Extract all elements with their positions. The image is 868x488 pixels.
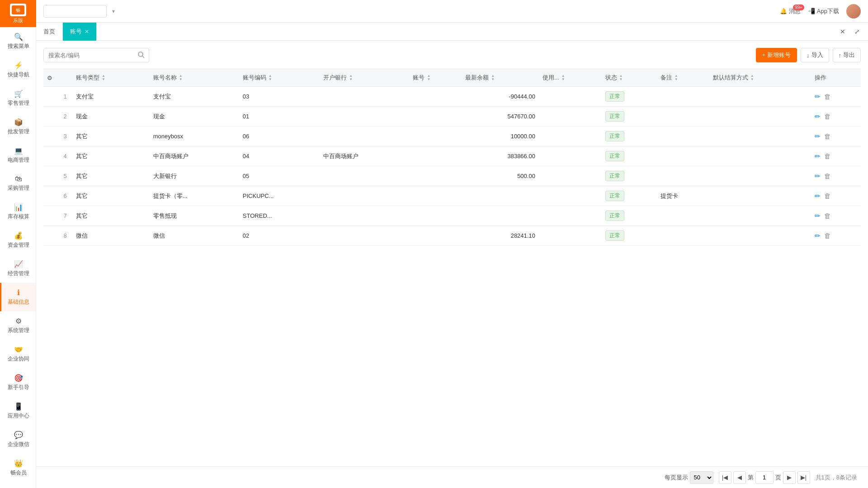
logo: 畅 乐版 [0, 0, 36, 27]
sidebar-item-guide[interactable]: 🎯 新手引导 [0, 368, 36, 397]
delete-button[interactable]: 🗑 [824, 172, 831, 180]
edit-button[interactable]: ✏ [815, 232, 821, 240]
app-icon: 📲 [808, 8, 815, 14]
col-usage[interactable]: 使用... ▲▼ [539, 69, 602, 87]
sidebar-item-label: 批发管理 [8, 128, 29, 136]
col-bank[interactable]: 开户银行 ▲▼ [320, 69, 409, 87]
tab-home[interactable]: 首页 [36, 23, 63, 41]
import-icon: ↓ [807, 52, 810, 59]
col-default-settlement[interactable]: 默认结算方式 ▲▼ [709, 69, 811, 87]
table-row: 4 其它 中百商场账户 04 中百商场账户 383866.00 正常 ✏ 🗑 [43, 146, 861, 166]
sidebar-item-enterprise[interactable]: 🤝 企业协同 [0, 340, 36, 368]
delete-button[interactable]: 🗑 [824, 132, 831, 140]
col-balance[interactable]: 最新余额 ▲▼ [462, 69, 539, 87]
last-page-button[interactable]: ▶| [797, 471, 810, 484]
sidebar-item-ecommerce[interactable]: 💻 电商管理 [0, 141, 36, 169]
sidebar-item-finance[interactable]: 💰 资金管理 [0, 226, 36, 254]
cell-account-code: 04 [239, 146, 320, 166]
topbar-left: ▾ [43, 5, 115, 18]
page-size-select[interactable]: 50 100 [690, 471, 713, 484]
tab-action-expand[interactable]: ⤢ [852, 26, 863, 37]
search-input[interactable] [44, 48, 134, 62]
first-page-button[interactable]: |◀ [719, 471, 731, 484]
message-badge: 99+ [793, 5, 804, 10]
sidebar-item-retail[interactable]: 🛒 零售管理 [0, 84, 36, 113]
cell-account-name: 微信 [150, 226, 239, 246]
page-input[interactable] [755, 471, 774, 484]
edit-button[interactable]: ✏ [815, 132, 821, 141]
status-badge: 正常 [605, 131, 624, 141]
col-account-name[interactable]: 账号名称 ▲▼ [150, 69, 239, 87]
guide-icon: 🎯 [14, 374, 23, 382]
svg-point-2 [138, 52, 143, 56]
delete-button[interactable]: 🗑 [824, 93, 831, 100]
prev-page-button[interactable]: ◀ [733, 471, 746, 484]
edit-button[interactable]: ✏ [815, 93, 821, 101]
sort-icon: ▲▼ [561, 74, 565, 81]
cell-usage [539, 226, 602, 246]
delete-button[interactable]: 🗑 [824, 232, 831, 239]
sidebar-item-corpwx[interactable]: 💬 企业微信 [0, 425, 36, 454]
cell-account-type: 其它 [72, 127, 150, 146]
sidebar-item-member[interactable]: 👑 畅会员 [0, 454, 36, 482]
svg-line-3 [142, 56, 144, 58]
sidebar-item-inventory[interactable]: 📊 库存核算 [0, 197, 36, 226]
topbar-search-input[interactable] [43, 5, 107, 18]
edit-button[interactable]: ✏ [815, 192, 821, 200]
table-row: 6 其它 提货卡（零... PICKUPC... 正常 提货卡 ✏ 🗑 [43, 186, 861, 206]
sidebar-item-label: 资金管理 [8, 241, 29, 249]
dropdown-arrow-icon[interactable]: ▾ [112, 8, 115, 14]
edit-button[interactable]: ✏ [815, 152, 821, 160]
cell-no: 2 [58, 107, 72, 127]
col-account-type[interactable]: 账号类型 ▲▼ [72, 69, 150, 87]
page-total-info: 共1页，8条记录 [816, 474, 857, 482]
user-avatar[interactable] [846, 4, 861, 19]
app-download-button[interactable]: 📲 App下载 [808, 7, 839, 15]
col-status[interactable]: 状态 ▲▼ [602, 69, 657, 87]
sidebar-item-appcenter[interactable]: 📱 应用中心 [0, 397, 36, 425]
cell-actions: ✏ 🗑 [811, 206, 861, 226]
sidebar-item-label: 零售管理 [8, 99, 29, 107]
delete-button[interactable]: 🗑 [824, 212, 831, 220]
col-account-code[interactable]: 账号编码 ▲▼ [239, 69, 320, 87]
retail-icon: 🛒 [14, 89, 23, 98]
sidebar: 畅 乐版 🔍 搜索菜单 ⚡ 快捷导航 🛒 零售管理 📦 批发管理 💻 电商管理 … [0, 0, 36, 488]
search-button[interactable] [134, 48, 149, 62]
sidebar-item-purchase[interactable]: 🛍 采购管理 [0, 169, 36, 197]
sidebar-item-operations[interactable]: 📈 经营管理 [0, 254, 36, 283]
edit-button[interactable]: ✏ [815, 172, 821, 180]
tab-account-label: 账号 [70, 28, 82, 36]
sidebar-item-system[interactable]: ⚙ 系统管理 [0, 311, 36, 340]
accounts-table: ⚙ 账号类型 ▲▼ 账号名称 ▲▼ [43, 69, 861, 246]
sidebar-item-label: 经营管理 [8, 270, 29, 277]
delete-button[interactable]: 🗑 [824, 192, 831, 200]
delete-button[interactable]: 🗑 [824, 152, 831, 160]
import-button[interactable]: ↓ 导入 [801, 48, 829, 62]
sidebar-item-basicinfo[interactable]: ℹ 基础信息 [0, 283, 36, 311]
sidebar-item-search[interactable]: 🔍 搜索菜单 [0, 27, 36, 56]
tab-action-close[interactable]: ✕ [837, 26, 848, 37]
message-button[interactable]: 🔔 消息 99+ [780, 7, 801, 15]
sidebar-item-wholesale[interactable]: 📦 批发管理 [0, 113, 36, 141]
add-account-button[interactable]: + 新增账号 [756, 48, 797, 62]
status-badge: 正常 [605, 171, 624, 181]
edit-button[interactable]: ✏ [815, 212, 821, 220]
status-badge: 正常 [605, 230, 624, 241]
edit-button[interactable]: ✏ [815, 113, 821, 121]
col-remark[interactable]: 备注 ▲▼ [657, 69, 709, 87]
cell-actions: ✏ 🗑 [811, 146, 861, 166]
next-page-button[interactable]: ▶ [783, 471, 796, 484]
wholesale-icon: 📦 [14, 118, 23, 127]
export-button[interactable]: ↑ 导出 [833, 48, 861, 62]
cell-account-name: 中百商场账户 [150, 146, 239, 166]
svg-text:畅: 畅 [16, 8, 20, 13]
tab-close-icon[interactable]: ✕ [85, 28, 89, 35]
sidebar-item-quicknav[interactable]: ⚡ 快捷导航 [0, 56, 36, 84]
page-label: 第 [748, 474, 754, 482]
cell-account-type: 现金 [72, 107, 150, 127]
delete-button[interactable]: 🗑 [824, 113, 831, 120]
col-account-no[interactable]: 账号 ▲▼ [409, 69, 462, 87]
col-gear[interactable]: ⚙ [43, 69, 58, 87]
status-badge: 正常 [605, 191, 624, 201]
tab-account[interactable]: 账号 ✕ [63, 23, 97, 41]
